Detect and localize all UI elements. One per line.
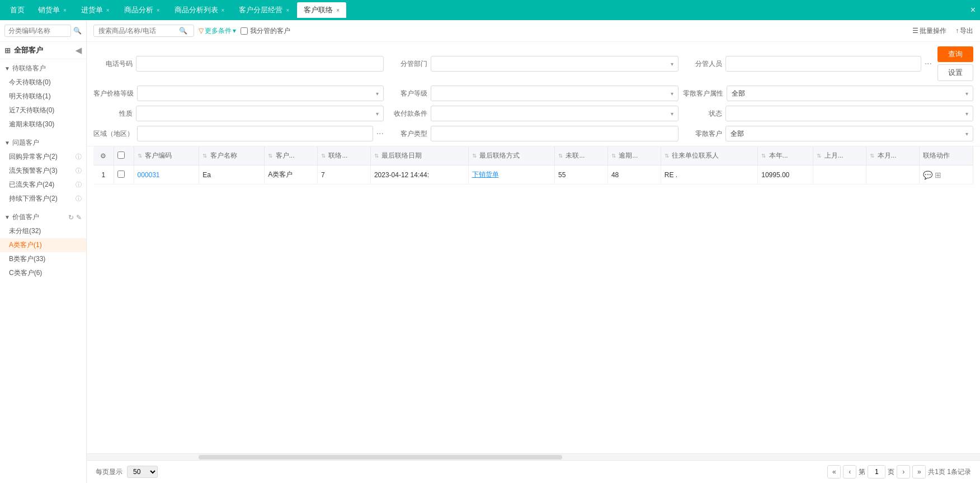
filter-manager-select[interactable] — [725, 56, 921, 72]
sidebar-item-7days-contact[interactable]: 近7天待联络(0) — [0, 103, 86, 117]
next-page-button[interactable]: › — [897, 465, 910, 479]
sidebar-item-tomorrow-contact[interactable]: 明天待联络(1) — [0, 89, 86, 103]
customer-table: ⚙ ⇅ 客户编码 ⇅ 客户名称 — [93, 146, 973, 184]
filter-search-icon[interactable]: 🔍 — [179, 27, 187, 35]
sidebar-item-overdue-contact[interactable]: 逾期未联络(30) — [0, 117, 86, 131]
th-last-month[interactable]: ⇅ 上月... — [813, 146, 866, 165]
th-this-year[interactable]: ⇅ 本年... — [758, 146, 813, 165]
contact-icon[interactable]: 💬 — [923, 171, 932, 179]
sidebar-item-ungrouped[interactable]: 未分组(32) — [0, 224, 86, 238]
th-last-date[interactable]: ⇅ 最后联络日期 — [370, 146, 468, 165]
filter-bar: 🔍 ▽ 更多条件 ▾ 我分管的客户 ☰ 批量操作 ↑ 导出 — [87, 20, 980, 42]
filter-price-level-select[interactable]: ▾ — [137, 86, 384, 101]
filter-price-level: 客户价格等级 ▾ — [93, 86, 384, 101]
nav-tab-sales[interactable]: 销货单 × — [31, 2, 73, 18]
settings-button[interactable]: 设置 — [937, 64, 973, 81]
sidebar-search-button[interactable]: 🔍 — [73, 27, 82, 35]
select-all-checkbox[interactable] — [117, 151, 125, 159]
page-size-label: 每页显示 — [96, 467, 123, 477]
filter-payment-select[interactable]: ▾ — [431, 106, 679, 121]
more-filter-button[interactable]: ▽ 更多条件 ▾ — [199, 26, 236, 36]
close-tab-customer-segment[interactable]: × — [286, 7, 289, 13]
sidebar-item-today-contact[interactable]: 今天待联络(0) — [0, 75, 86, 89]
nav-tab-analysis[interactable]: 商品分析 × — [117, 2, 167, 18]
sidebar-problem-customer-title[interactable]: ▼ 问题客户 — [0, 136, 86, 150]
sidebar-item-loss-warning[interactable]: 流失预警客户(3) ⓘ — [0, 164, 86, 178]
page-size-select[interactable]: 10 20 50 100 — [127, 466, 158, 478]
batch-op-button[interactable]: ☰ 批量操作 — [912, 26, 946, 36]
page-number-input[interactable] — [868, 465, 885, 479]
qr-icon[interactable]: ⊞ — [935, 171, 941, 179]
nav-home[interactable]: 首页 — [4, 5, 30, 15]
th-overdue[interactable]: ⇅ 逾期... — [607, 146, 661, 165]
filter-customer-type-input[interactable] — [431, 126, 679, 141]
more-region-icon[interactable]: ··· — [376, 129, 384, 138]
filter-status-select[interactable]: ▾ — [725, 106, 973, 121]
last-method-link[interactable]: 下销货单 — [472, 171, 499, 178]
table-container: ⚙ ⇅ 客户编码 ⇅ 客户名称 — [87, 146, 980, 453]
more-options-icon[interactable]: ··· — [925, 59, 932, 68]
close-tab-customer-contact[interactable]: × — [336, 7, 340, 13]
sidebar-problem-customer-section: ▼ 问题客户 回购异常客户(2) ⓘ 流失预警客户(3) ⓘ 已流失客户(24)… — [0, 134, 86, 208]
cell-last-method[interactable]: 下销货单 — [468, 165, 555, 184]
sidebar-item-a-class[interactable]: A类客户(1) — [0, 238, 86, 252]
th-contact-count[interactable]: ⇅ 联络... — [318, 146, 371, 165]
scrollbar-thumb[interactable] — [199, 455, 562, 460]
my-customer-checkbox[interactable] — [241, 27, 248, 35]
sort-icon-overdue: ⇅ — [611, 153, 616, 159]
nav-tab-customer-segment[interactable]: 客户分层经营 × — [232, 2, 296, 18]
filter-retail-select[interactable]: 全部 ▾ — [725, 126, 973, 141]
chevron-down-icon3: ▾ — [376, 91, 379, 97]
table-header-row: ⚙ ⇅ 客户编码 ⇅ 客户名称 — [93, 146, 973, 165]
th-code[interactable]: ⇅ 客户编码 — [134, 146, 199, 165]
close-tab-analysis-list[interactable]: × — [222, 7, 225, 13]
filter-retail-attr-select[interactable]: 全部 ▾ — [727, 86, 973, 101]
sidebar-item-declining[interactable]: 持续下滑客户(2) ⓘ — [0, 192, 86, 206]
close-tab-purchase[interactable]: × — [106, 7, 110, 13]
first-page-button[interactable]: « — [827, 465, 841, 479]
filter-nature-select[interactable]: ▾ — [136, 106, 384, 121]
global-close-icon[interactable]: × — [970, 5, 976, 15]
chevron-down-icon9: ▾ — [965, 131, 968, 137]
th-last-method[interactable]: ⇅ 最后联络方式 — [468, 146, 555, 165]
close-tab-analysis[interactable]: × — [157, 7, 160, 13]
th-no-contact[interactable]: ⇅ 未联... — [555, 146, 608, 165]
nav-tab-analysis-list[interactable]: 商品分析列表 × — [168, 2, 232, 18]
arrow-down-icon2: ▼ — [4, 140, 10, 146]
edit-icon[interactable]: ✎ — [76, 214, 82, 221]
horizontal-scrollbar[interactable] — [87, 453, 980, 460]
gear-icon[interactable]: ⚙ — [100, 152, 106, 160]
th-contacts[interactable]: ⇅ 往来单位联系人 — [661, 146, 757, 165]
cell-code[interactable]: 000031 — [134, 165, 199, 184]
chevron-down-icon2: ▾ — [671, 61, 673, 67]
query-button[interactable]: 查询 — [937, 46, 973, 62]
sidebar-item-repurchase-abnormal[interactable]: 回购异常客户(2) ⓘ — [0, 150, 86, 164]
filter-customer-level-select[interactable]: ▾ — [431, 86, 679, 101]
sidebar-item-lost[interactable]: 已流失客户(24) ⓘ — [0, 178, 86, 192]
close-tab-sales[interactable]: × — [63, 7, 67, 13]
th-name[interactable]: ⇅ 客户名称 — [199, 146, 265, 165]
export-button[interactable]: ↑ 导出 — [955, 26, 973, 36]
sidebar-item-c-class[interactable]: C类客户(6) — [0, 266, 86, 280]
last-page-button[interactable]: » — [912, 465, 926, 479]
filter-region-select[interactable] — [137, 126, 373, 141]
sidebar-all-customers[interactable]: ⊞ 全部客户 ◀ — [0, 42, 86, 59]
th-settings[interactable]: ⚙ — [93, 146, 114, 165]
nav-tab-customer-contact[interactable]: 客户联络 × — [297, 2, 346, 18]
filter-dept-select[interactable]: ▾ — [431, 56, 679, 72]
th-level[interactable]: ⇅ 客户... — [265, 146, 318, 165]
sidebar-value-customer-title[interactable]: ▼ 价值客户 ↻ ✎ — [0, 210, 86, 224]
sidebar-search-input[interactable] — [4, 25, 71, 37]
sort-icon-name: ⇅ — [202, 153, 207, 159]
nav-tab-purchase[interactable]: 进货单 × — [74, 2, 116, 18]
sidebar-wait-contact-title[interactable]: ▼ 待联络客户 — [0, 61, 86, 75]
filter-phone-input[interactable] — [136, 56, 384, 72]
cell-level: A类客户 — [265, 165, 318, 184]
sidebar-item-b-class[interactable]: B类客户(33) — [0, 252, 86, 266]
th-this-month[interactable]: ⇅ 本月... — [866, 146, 920, 165]
refresh-icon[interactable]: ↻ — [68, 214, 74, 221]
prev-page-button[interactable]: ‹ — [843, 465, 856, 479]
sidebar-collapse-button[interactable]: ◀ — [76, 46, 82, 55]
filter-search-input[interactable] — [98, 27, 177, 35]
row-checkbox[interactable] — [117, 171, 125, 178]
